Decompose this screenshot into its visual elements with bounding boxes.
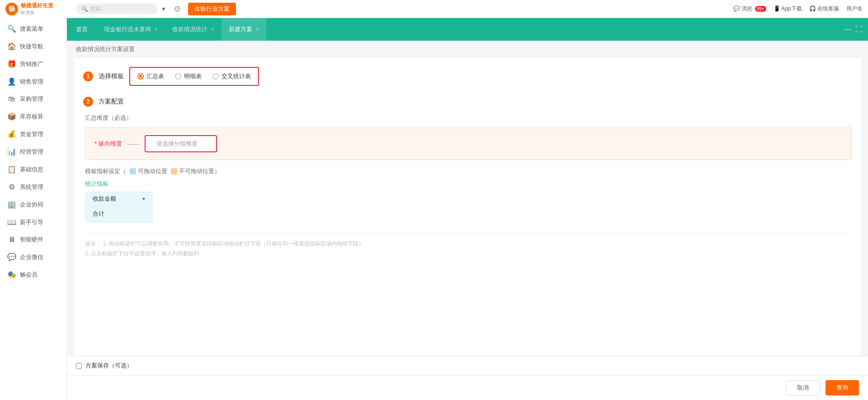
settings-icon[interactable]: ⚙ (174, 4, 181, 14)
basic-icon: 📋 (7, 165, 16, 174)
draggable-badge (130, 168, 136, 174)
save-checkbox[interactable] (76, 363, 82, 369)
non-draggable-badge (171, 168, 177, 174)
sidebar-item-marketing[interactable]: 🎁 营销推广 (0, 55, 66, 73)
top-search-bar: 🔍 搜索... (76, 4, 157, 14)
hardware-icon: 🖥 (7, 235, 16, 244)
message-icon: 💬 (733, 5, 740, 12)
dimension-section-label: 汇总维度（必选） (85, 114, 852, 122)
radio-summary-circle (137, 73, 144, 80)
logo-area: 畅 畅捷通好生意 标准版 (5, 0, 72, 20)
sidebar-nav: 🔍 搜索菜单 🏠 快捷导航 🎁 营销推广 👤 销售管理 🛍 采购管理 📦 (0, 18, 66, 400)
tab-minimize-icon[interactable]: — (844, 25, 852, 33)
sidebar-label-finance: 资金管理 (20, 130, 43, 138)
metrics-chevron-icon: ▾ (142, 196, 145, 202)
sidebar-item-inventory[interactable]: 📦 库存核算 (0, 108, 66, 125)
cancel-button[interactable]: 取消 (786, 380, 820, 395)
tab-new[interactable]: 新建方案 × (222, 18, 266, 41)
sidebar-label-wechat: 企业微信 (20, 253, 43, 261)
sidebar-item-search[interactable]: 🔍 搜索菜单 (0, 20, 66, 38)
tab-new-close[interactable]: × (256, 26, 259, 33)
tab-expand-icon[interactable]: ⛶ (855, 25, 863, 33)
download-area[interactable]: 📱 App下载 (774, 5, 802, 13)
sidebar-item-operation[interactable]: 📊 经营管理 (0, 143, 66, 160)
dimension-row: * 纵向维度 —— 请选择分组维度 (94, 135, 842, 152)
user-name: 用户名 (846, 5, 863, 13)
sidebar-label-operation: 经营管理 (20, 148, 43, 156)
dimension-placeholder-btn[interactable]: 请选择分组维度 (145, 135, 217, 152)
sidebar-label-sales: 销售管理 (20, 78, 43, 86)
sidebar-item-member[interactable]: 🎭 畅会员 (0, 266, 66, 283)
action-bar: 取消 查询 (67, 375, 868, 400)
message-area[interactable]: 💬 消息 99+ (733, 5, 766, 13)
top-bar-right: 💬 消息 99+ 📱 App下载 🎧 在线客服 用户名 (733, 5, 863, 13)
sidebar-item-wechat[interactable]: 💬 企业微信 (0, 248, 66, 266)
radio-detail-label: 明细表 (184, 72, 202, 80)
support-area[interactable]: 🎧 在线客服 (809, 5, 839, 13)
tip-title: 提示： 1. 拖动标题栏可以调整布局，不可跨维度或指标区域拖动栏目字段（只能在同… (85, 239, 852, 249)
sidebar-item-collab[interactable]: 🏢 企业协同 (0, 196, 66, 213)
purchase-icon: 🛍 (7, 95, 16, 103)
sidebar-label-search: 搜索菜单 (20, 25, 43, 33)
metrics-group-label: 统计指标 (85, 180, 852, 188)
radio-cross-circle (212, 73, 219, 80)
form-container: 1 选择模板 汇总表 明细表 (74, 58, 861, 356)
sidebar-item-hardware[interactable]: 🖥 智能硬件 (0, 231, 66, 248)
marketing-icon: 🎁 (7, 60, 16, 68)
tab-bank-close[interactable]: × (155, 26, 158, 33)
sidebar-label-inventory: 库存核算 (20, 113, 43, 121)
content-area: 首页 现金银行流水查询 × 收款情况统计 × 新建方案 × — ⛶ 收款情况统计… (67, 18, 868, 400)
tab-bar-right: — ⛶ (844, 25, 868, 33)
system-icon: ⚙ (7, 183, 16, 191)
dimension-arrow: —— (127, 141, 139, 147)
tab-bank[interactable]: 现金银行流水查询 × (97, 18, 165, 41)
radio-detail-circle (175, 73, 181, 80)
quick-nav-icon: 🏠 (7, 42, 16, 51)
dropdown-arrow[interactable]: ▼ (161, 6, 166, 12)
page-content: 收款情况统计方案设置 1 选择模板 汇总表 (67, 41, 868, 375)
tab-receipt[interactable]: 收款情况统计 × (165, 18, 222, 41)
sidebar-item-sales[interactable]: 👤 销售管理 (0, 73, 66, 90)
main-layout: 🔍 搜索菜单 🏠 快捷导航 🎁 营销推广 👤 销售管理 🛍 采购管理 📦 (0, 18, 868, 400)
tab-home[interactable]: 首页 (67, 18, 97, 41)
download-icon: 📱 (774, 5, 780, 12)
radio-cross-label: 交叉统计表 (222, 72, 251, 80)
radio-detail[interactable]: 明细表 (175, 72, 202, 80)
radio-summary[interactable]: 汇总表 (137, 72, 164, 80)
tip-line2: 2. 点击标题栏下拉可设置排序、插入列和删除列 (85, 249, 852, 259)
metrics-table-header[interactable]: 收款金额 ▾ (85, 192, 152, 206)
step2-title: 方案配置 (99, 98, 124, 106)
message-badge: 99+ (755, 6, 766, 12)
tab-receipt-close[interactable]: × (211, 26, 214, 33)
search-menu-icon: 🔍 (7, 24, 16, 33)
sidebar-item-purchase[interactable]: 🛍 采购管理 (0, 90, 66, 108)
trial-btn[interactable]: 体验行业方案 (188, 3, 236, 15)
query-button[interactable]: 查询 (826, 380, 859, 395)
guide-icon: 📖 (7, 218, 16, 226)
tips-section: 提示： 1. 拖动标题栏可以调整布局，不可跨维度或指标区域拖动栏目字段（只能在同… (85, 233, 852, 259)
radio-cross[interactable]: 交叉统计表 (212, 72, 251, 80)
sidebar-label-basic: 基础信息 (20, 165, 43, 174)
sidebar-item-finance[interactable]: 💰 资金管理 (0, 125, 66, 143)
sidebar-item-basic[interactable]: 📋 基础信息 (0, 160, 66, 178)
sidebar-item-system[interactable]: ⚙ 系统管理 (0, 178, 66, 196)
sidebar-label-system: 系统管理 (20, 183, 43, 191)
sidebar-item-quick[interactable]: 🏠 快捷导航 (0, 38, 66, 55)
tab-bar: 首页 现金银行流水查询 × 收款情况统计 × 新建方案 × — ⛶ (67, 18, 868, 41)
sales-icon: 👤 (7, 77, 16, 86)
finance-icon: 💰 (7, 130, 16, 138)
metrics-section: 模板指标设定（ 可拖动位置 不可拖动位置） 统计指标 (85, 167, 852, 222)
sidebar-label-collab: 企业协同 (20, 201, 43, 209)
step2-row: 2 方案配置 (83, 97, 852, 107)
page-footer: 方案保存（可选） (67, 356, 868, 375)
sidebar-item-guide[interactable]: 📖 新手引导 (0, 213, 66, 231)
inventory-icon: 📦 (7, 112, 16, 121)
sidebar-label-hardware: 智能硬件 (20, 235, 43, 244)
row-dimension-label: * 纵向维度 (94, 140, 122, 148)
dimension-area: * 纵向维度 —— 请选择分组维度 (85, 127, 852, 160)
sidebar: 🔍 搜索菜单 🏠 快捷导航 🎁 营销推广 👤 销售管理 🛍 采购管理 📦 (0, 18, 67, 400)
step1-title: 选择模板 (99, 72, 124, 80)
support-icon: 🎧 (809, 5, 816, 12)
sidebar-label-marketing: 营销推广 (20, 60, 43, 68)
sidebar-label-guide: 新手引导 (20, 218, 43, 226)
